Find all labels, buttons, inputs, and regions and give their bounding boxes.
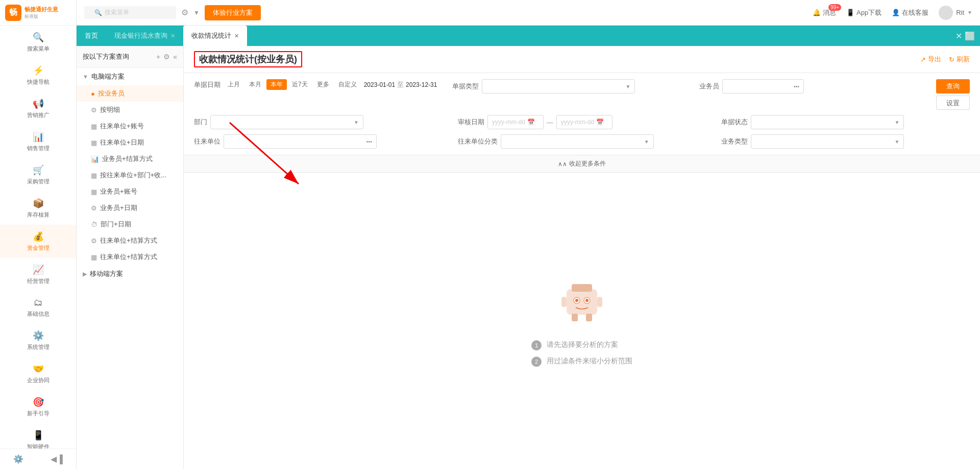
calendar-icon-1: 📅	[527, 119, 535, 126]
trial-btn[interactable]: 体验行业方案	[205, 5, 261, 20]
scheme-item-salesperson-account[interactable]: ▦ 业务员+账号	[77, 183, 183, 200]
empty-illustration	[551, 269, 612, 330]
scheme-item-partner-dept[interactable]: ▦ 按往来单位+部门+收...	[77, 167, 183, 183]
tab-collection-stat-close[interactable]: ✕	[234, 33, 239, 39]
collapse-bar[interactable]: ∧∧ 收起更多条件	[184, 155, 980, 172]
partner-category-group: 往来单位分类 ▼	[458, 134, 706, 149]
date-last-month[interactable]: 上月	[224, 79, 244, 90]
tab-maximize-icon[interactable]: ⬜	[965, 31, 975, 41]
sidebar-item-inventory[interactable]: 📦 库存核算	[0, 192, 76, 225]
sidebar-item-enterprise[interactable]: 🤝 企业协同	[0, 357, 76, 390]
scheme-item-icon-pa: ▦	[91, 123, 97, 130]
avatar	[939, 6, 953, 20]
sidebar-item-system[interactable]: ⚙️ 系统管理	[0, 324, 76, 357]
settings-bottom-icon[interactable]: ⚙️	[13, 454, 23, 464]
collapse-panel-btn[interactable]: «	[173, 53, 177, 61]
scheme-item-dept-date[interactable]: ⏱ 部门+日期	[77, 216, 183, 232]
online-service-btn[interactable]: 👤 在线客服	[892, 8, 928, 17]
bill-type-group: 单据类型 ▼	[452, 79, 689, 93]
date-this-month[interactable]: 本月	[245, 79, 265, 90]
partner-category-select[interactable]: ▼	[501, 134, 654, 149]
user-area[interactable]: Rit ▼	[939, 6, 972, 20]
left-panel-header: 按以下方案查询 + ⚙ «	[77, 46, 183, 68]
salesperson-select[interactable]: •••	[722, 79, 804, 93]
settings-scheme-btn[interactable]: ⚙	[163, 53, 170, 61]
review-date-start[interactable]: yyyy-mm-dd 📅	[487, 115, 544, 129]
settings-btn[interactable]: 设置	[936, 96, 970, 110]
review-date-end[interactable]: yyyy-mm-dd 📅	[556, 115, 612, 129]
scheme-group-mobile-header[interactable]: ▶ 移动端方案	[77, 265, 183, 283]
scheme-item-icon-ss: 📊	[91, 155, 99, 163]
bill-type-arrow: ▼	[626, 84, 631, 89]
tab-collection-stat[interactable]: 收款情况统计 ✕	[183, 26, 247, 46]
bill-type-select[interactable]: ▼	[482, 79, 635, 93]
query-btn[interactable]: 查询	[936, 79, 970, 93]
date-7days[interactable]: 近7天	[288, 79, 312, 90]
sidebar-item-purchase[interactable]: 🛒 采购管理	[0, 158, 76, 192]
sidebar-menu: 🔍 搜索菜单 ⚡ 快捷导航 📢 营销推广 📊 销售管理 🛒 采购管理 📦	[0, 26, 76, 449]
scheme-group-desktop-header[interactable]: ▼ 电脑端方案	[77, 68, 183, 85]
sidebar-item-search[interactable]: 🔍 搜索菜单	[0, 26, 76, 59]
review-date-group: 审核日期 yyyy-mm-dd 📅 — yyyy-mm-dd 📅	[458, 115, 706, 129]
scheme-item-partner-account[interactable]: ▦ 往来单位+账号	[77, 118, 183, 134]
operations-icon: 📈	[33, 264, 44, 275]
filter-section: 单据日期 上月 本月 本年 近7天 更多 自定义 2023-01-01	[184, 73, 980, 173]
bill-status-select[interactable]: ▼	[751, 115, 904, 129]
sidebar-item-hardware[interactable]: 📱 智能硬件	[0, 424, 76, 449]
dept-select[interactable]: ▼	[210, 115, 363, 129]
date-shortcuts: 上月 本月 本年 近7天 更多 自定义	[224, 79, 361, 90]
date-custom[interactable]: 自定义	[334, 79, 361, 90]
sidebar-item-quicknav[interactable]: ⚡ 快捷导航	[0, 59, 76, 92]
sidebar-item-basicinfo[interactable]: 🗂 基础信息	[0, 291, 76, 324]
scheme-item-partner-settlement2[interactable]: ▦ 往来单位+结算方式	[77, 249, 183, 265]
tab-bank-flow[interactable]: 现金银行流水查询 ✕	[106, 26, 183, 46]
add-scheme-btn[interactable]: +	[156, 53, 160, 61]
partner-select[interactable]: •••	[224, 134, 377, 149]
message-icon: 🔔	[813, 9, 821, 16]
filter-row-1: 单据日期 上月 本月 本年 近7天 更多 自定义 2023-01-01	[184, 73, 980, 110]
app-download-btn[interactable]: 📱 App下载	[846, 8, 881, 17]
bill-date-label: 单据日期	[194, 80, 220, 89]
export-btn[interactable]: ↗ 导出	[920, 55, 941, 64]
sidebar-item-operations[interactable]: 📈 经营管理	[0, 258, 76, 291]
refresh-icon: ↻	[949, 56, 954, 63]
logo-icon: 畅	[5, 5, 21, 21]
sidebar-item-sales[interactable]: 📊 销售管理	[0, 125, 76, 158]
tab-close-all-icon[interactable]: ✕	[955, 31, 962, 41]
date-range-display: 2023-01-01 至 2023-12-31	[364, 80, 437, 89]
date-start: 2023-01-01	[364, 81, 395, 88]
scheme-group-arrow-down: ▼	[83, 74, 88, 80]
review-date-label: 审核日期	[458, 118, 484, 127]
message-btn[interactable]: 🔔 消息 99+	[813, 8, 836, 17]
page-actions: ↗ 导出 ↻ 刷新	[920, 55, 970, 64]
scheme-item-icon-ps1: ⚙	[91, 237, 97, 245]
svg-rect-7	[597, 297, 602, 307]
refresh-btn[interactable]: ↻ 刷新	[949, 55, 970, 64]
scheme-item-salesperson-settlement[interactable]: 📊 业务员+结算方式	[77, 151, 183, 167]
tabs-actions: ✕ ⬜	[955, 31, 980, 41]
scheme-item-partner-date[interactable]: ▦ 往来单位+日期	[77, 134, 183, 151]
sidebar-item-finance[interactable]: 💰 资金管理	[0, 225, 76, 258]
scheme-item-icon-spa: ▦	[91, 188, 97, 196]
date-this-year[interactable]: 本年	[266, 79, 287, 90]
scheme-item-partner-settlement1[interactable]: ⚙ 往来单位+结算方式	[77, 232, 183, 249]
bill-date-group: 单据日期 上月 本月 本年 近7天 更多 自定义 2023-01-01	[194, 79, 437, 90]
tab-bank-flow-close[interactable]: ✕	[170, 33, 175, 39]
date-more[interactable]: 更多	[313, 79, 333, 90]
partner-category-arrow: ▼	[644, 139, 649, 145]
business-type-select[interactable]: ▼	[751, 134, 904, 149]
page-title: 收款情况统计(按业务员)	[194, 51, 302, 67]
scheme-item-detail[interactable]: ⚙ 按明细	[77, 102, 183, 118]
tab-home[interactable]: 首页	[77, 26, 106, 46]
bill-status-label: 单据状态	[721, 118, 748, 127]
scheme-item-salesperson[interactable]: ● 按业务员	[77, 85, 183, 102]
scheme-item-icon-salesperson: ●	[91, 90, 95, 98]
search-box[interactable]: 🔍 搜索菜单	[84, 6, 176, 19]
topbar-gear-icon[interactable]: ⚙	[181, 8, 188, 17]
scheme-item-salesperson-date[interactable]: ⚙ 业务员+日期	[77, 200, 183, 216]
sidebar-item-marketing[interactable]: 📢 营销推广	[0, 92, 76, 125]
filter-row-3: 往来单位 ••• 往来单位分类 ▼	[184, 129, 980, 155]
collapse-sidebar-icon[interactable]: ◀▐	[51, 454, 62, 464]
sidebar-item-guide[interactable]: 🎯 新手引导	[0, 390, 76, 424]
left-panel-actions: + ⚙ «	[156, 53, 177, 61]
